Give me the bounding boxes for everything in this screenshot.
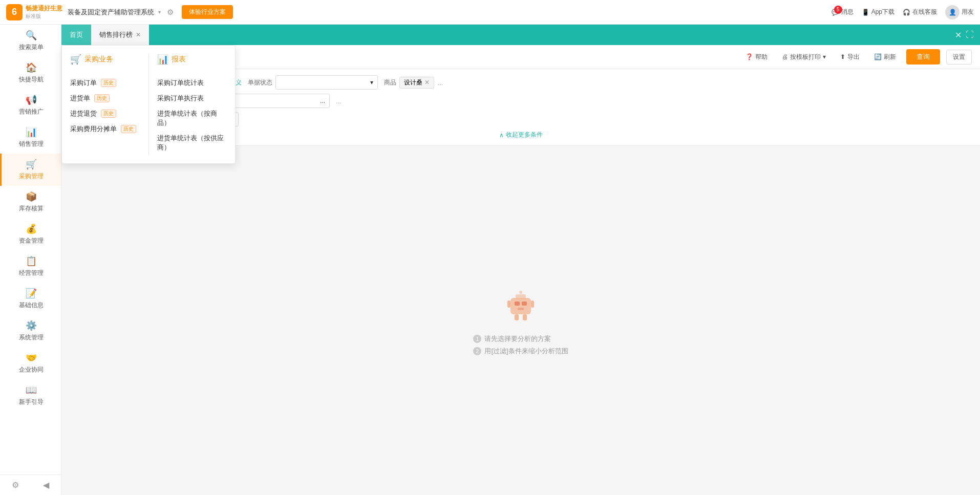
- message-badge: 5: [834, 6, 842, 14]
- help-label: 帮助: [755, 53, 768, 61]
- sidebar-item-system[interactable]: ⚙️ 系统管理: [0, 315, 61, 347]
- svg-rect-7: [516, 294, 526, 299]
- print-icon: 🖨: [782, 53, 788, 60]
- purchase-icon: 🛒: [26, 159, 37, 170]
- goods-tag-text: 设计桑: [404, 78, 422, 87]
- status-select[interactable]: ▾: [275, 75, 378, 90]
- sidebar-item-search[interactable]: 🔍 搜索菜单: [0, 25, 61, 57]
- tab-bar-actions: ✕ ⛶: [949, 30, 980, 40]
- purchase-return-label: 进货退货: [70, 109, 97, 118]
- dropdown-item-order-exec[interactable]: 采购订单执行表: [157, 91, 227, 106]
- svg-rect-3: [507, 300, 510, 308]
- sidebar-label-capital: 资金管理: [19, 236, 44, 245]
- header-settings-icon[interactable]: ⚙: [167, 8, 174, 17]
- sidebar-item-guide[interactable]: 📖 新手引导: [0, 379, 61, 412]
- sidebar-item-business[interactable]: 📋 经营管理: [0, 250, 61, 283]
- sidebar-label-system: 系统管理: [19, 333, 44, 342]
- query-button[interactable]: 查询: [906, 49, 940, 64]
- purchase-dropdown-menu: 🛒 采购业务 采购订单 历史 进货单 历史 进货退货 历史 采购费用分摊单 历史: [61, 45, 236, 164]
- sidebar-item-marketing[interactable]: 📢 营销推广: [0, 89, 61, 121]
- salesman-dots[interactable]: ...: [320, 97, 325, 104]
- print-button[interactable]: 🖨 按模板打印 ▾: [778, 51, 830, 63]
- marketing-icon: 📢: [26, 94, 37, 105]
- dropdown-item-incoming-stat-supplier[interactable]: 进货单统计表（按供应商）: [157, 131, 227, 155]
- sidebar-item-inventory[interactable]: 📦 库存核算: [0, 186, 61, 218]
- help-icon: ❓: [745, 53, 753, 60]
- dropdown-item-order-stat[interactable]: 采购订单统计表: [157, 75, 227, 91]
- svg-rect-0: [510, 298, 531, 314]
- tab-expand-icon[interactable]: ⛶: [966, 30, 974, 39]
- dropdown-col-title-report: 📊 报表: [157, 54, 227, 69]
- filter-extra-dots[interactable]: ...: [336, 97, 428, 105]
- dropdown-item-purchase-return[interactable]: 进货退货 历史: [70, 106, 140, 121]
- svg-rect-5: [515, 314, 519, 320]
- sidebar-collapse-button[interactable]: ◀: [43, 480, 49, 490]
- goods-dots[interactable]: ...: [437, 79, 443, 87]
- filter-goods: 商品 设计桑 ✕ ...: [384, 77, 476, 89]
- app-download-action[interactable]: 📱 App下载: [862, 8, 894, 16]
- dropdown-col2-label: 报表: [172, 55, 186, 64]
- refresh-label: 刷新: [884, 53, 896, 61]
- sidebar-label-basic-info: 基础信息: [19, 301, 44, 310]
- purchase-return-hist: 历史: [101, 110, 116, 118]
- capital-icon: 💰: [26, 223, 37, 234]
- svg-rect-2: [522, 302, 527, 306]
- refresh-button[interactable]: 🔄 刷新: [870, 51, 900, 63]
- svg-rect-9: [518, 308, 524, 310]
- extra-dots[interactable]: ...: [336, 97, 342, 105]
- export-button[interactable]: ⬆ 导出: [836, 51, 864, 63]
- export-icon: ⬆: [840, 53, 845, 60]
- home-icon: 🏠: [26, 62, 37, 73]
- sidebar-item-capital[interactable]: 💰 资金管理: [0, 218, 61, 250]
- sidebar-item-quick-nav[interactable]: 🏠 快捷导航: [0, 57, 61, 89]
- dropdown-col-report: 📊 报表 采购订单统计表 采购订单执行表 进货单统计表（按商品） 进货单统计表（…: [157, 54, 227, 155]
- empty-tip-2-text: 用[过滤]条件来缩小分析范围: [484, 347, 568, 356]
- dropdown-item-purchase-order[interactable]: 采购订单 历史: [70, 75, 140, 91]
- header-right: 💬 5 消息 📱 App下载 🎧 在线客服 👤 用友: [832, 5, 974, 19]
- purchase-order-hist: 历史: [101, 79, 116, 87]
- salesman-select[interactable]: ...: [227, 94, 330, 108]
- sales-icon: 📊: [26, 126, 37, 138]
- empty-tip-1-text: 请先选择要分析的方案: [484, 334, 551, 343]
- top-header: 6 畅捷通好生意 标准版 装备及固定资产辅助管理系统 ▾ ⚙ 体验行业方案 💬 …: [0, 0, 980, 25]
- print-dropdown-icon[interactable]: ▾: [823, 53, 826, 60]
- col-divider: [148, 54, 149, 155]
- industry-button[interactable]: 体验行业方案: [182, 5, 233, 19]
- sidebar-item-enterprise[interactable]: 🤝 企业协同: [0, 347, 61, 379]
- tab-close-icon[interactable]: ✕: [136, 31, 141, 38]
- settings-button[interactable]: 设置: [946, 50, 972, 64]
- user-action[interactable]: 👤 用友: [945, 5, 974, 19]
- dropdown-item-purchase-expense[interactable]: 采购费用分摊单 历史: [70, 121, 140, 137]
- message-action[interactable]: 💬 5 消息: [832, 8, 854, 16]
- sidebar-item-sales[interactable]: 📊 销售管理: [0, 121, 61, 154]
- sidebar-item-purchase[interactable]: 🛒 采购管理: [0, 154, 61, 186]
- online-service-action[interactable]: 🎧 在线客服: [903, 8, 937, 16]
- status-dropdown-icon: ▾: [370, 79, 373, 86]
- sidebar-label-marketing: 营销推广: [19, 107, 44, 116]
- sidebar-bottom: ⚙ ◀: [0, 475, 61, 495]
- dropdown-item-purchase-incoming[interactable]: 进货单 历史: [70, 91, 140, 106]
- goods-tag: 设计桑 ✕: [399, 77, 434, 89]
- tab-sales-rank[interactable]: 销售排行榜 ✕: [91, 25, 149, 45]
- user-label: 用友: [962, 8, 974, 16]
- collapse-button[interactable]: ∧ 收起更多条件: [499, 131, 543, 139]
- sidebar-item-basic-info[interactable]: 📝 基础信息: [0, 283, 61, 315]
- incoming-stat-goods-label: 进货单统计表（按商品）: [157, 109, 227, 127]
- dropdown-item-incoming-stat-goods[interactable]: 进货单统计表（按商品）: [157, 106, 227, 131]
- tab-close-window-icon[interactable]: ✕: [955, 30, 962, 40]
- tab-home[interactable]: 首页: [61, 25, 91, 45]
- system-dropdown-arrow[interactable]: ▾: [158, 9, 161, 15]
- guide-icon: 📖: [26, 384, 37, 396]
- goods-label: 商品: [384, 78, 396, 87]
- headset-icon: 🎧: [903, 9, 910, 16]
- svg-rect-4: [531, 300, 534, 308]
- tip-num-1: 1: [473, 335, 481, 343]
- inventory-icon: 📦: [26, 191, 37, 202]
- goods-tag-close[interactable]: ✕: [424, 79, 430, 86]
- sidebar-label-inventory: 库存核算: [19, 204, 44, 213]
- search-icon: 🔍: [26, 30, 37, 41]
- svg-rect-1: [515, 302, 520, 306]
- help-button[interactable]: ❓ 帮助: [741, 51, 772, 63]
- sidebar-settings-button[interactable]: ⚙: [12, 480, 19, 490]
- empty-tip-2: 2 用[过滤]条件来缩小分析范围: [473, 347, 568, 356]
